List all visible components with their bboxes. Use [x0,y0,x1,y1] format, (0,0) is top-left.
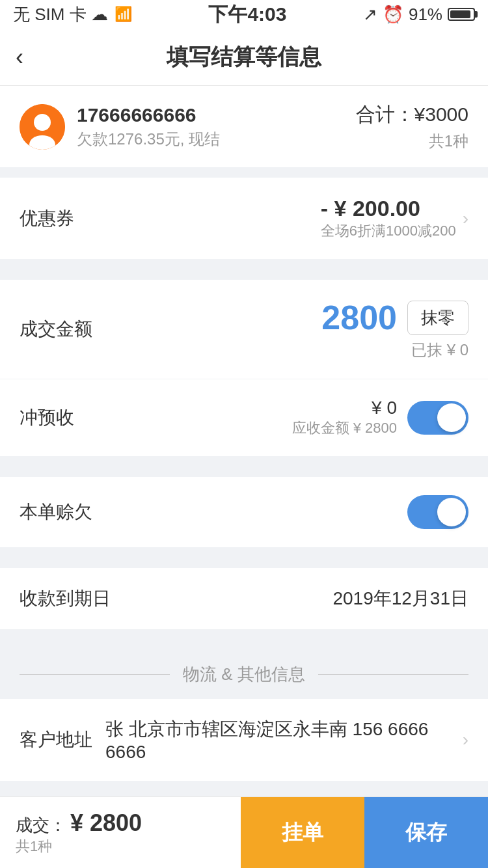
total-amount: 合计：¥3000 [356,102,468,128]
status-bar: 无 SIM 卡 ☁ 📶 下午4:03 ↗ ⏰ 91% [0,0,488,29]
alarm-icon: ⏰ [383,5,403,25]
save-button[interactable]: 保存 [364,797,488,868]
bottom-bar: 成交： ¥ 2800 共1种 挂单 保存 [0,796,488,868]
coupon-right: - ¥ 200.00 全场6折满1000减200 › [321,196,468,241]
avatar [20,104,65,150]
user-sub-text: 欠款1276.35元, 现结 [77,129,220,150]
address-label: 客户地址 [20,727,92,752]
amount-with-btn: 2800 抹零 [321,298,468,337]
user-details: 17666666666 欠款1276.35元, 现结 [77,104,220,150]
prepayment-amount: ¥ 0 [292,398,397,418]
bottom-prefix-label: 成交： [16,814,66,837]
section-gap-1 [0,269,488,280]
section-gap-2 [0,467,488,477]
transaction-amount-label: 成交金额 [20,317,92,342]
sim-status: 无 SIM 卡 ☁ [13,3,108,26]
transaction-amount-right: 2800 抹零 已抹 ¥ 0 [321,298,468,360]
section-gap-4 [0,640,488,650]
coupon-value: - ¥ 200.00 全场6折满1000减200 [321,196,456,241]
address-row[interactable]: 客户地址 张 北京市市辖区海淀区永丰南 156 6666 6666 › [0,699,488,781]
coupon-discount: - ¥ 200.00 [321,196,456,221]
coupon-row[interactable]: 优惠券 - ¥ 200.00 全场6折满1000减200 › [0,178,488,259]
divider-line-left [20,674,170,675]
bottom-amount-row: 成交： ¥ 2800 [16,809,225,837]
location-icon: ↗ [363,5,377,25]
address-value: 张 北京市市辖区海淀区永丰南 156 6666 6666 [105,717,463,763]
divider-line-right [318,674,468,675]
content-area: 17666666666 欠款1276.35元, 现结 合计：¥3000 共1种 … [0,86,488,868]
debt-row: 本单赊欠 [0,477,488,547]
nav-bar: ‹ 填写结算等信息 [0,29,488,86]
transaction-amount-row: 成交金额 2800 抹零 已抹 ¥ 0 [0,280,488,379]
duedate-value: 2019年12月31日 [332,586,468,611]
round-button[interactable]: 抹零 [407,301,468,335]
debt-toggle[interactable] [407,495,468,529]
total-count: 共1种 [356,131,468,152]
user-total: 合计：¥3000 共1种 [356,102,468,152]
bottom-count: 共1种 [16,837,225,856]
user-info-left: 17666666666 欠款1276.35元, 现结 [20,104,220,150]
status-left: 无 SIM 卡 ☁ 📶 [13,3,132,26]
bottom-amount-value: ¥ 2800 [70,809,142,837]
page-title: 填写结算等信息 [167,42,321,72]
form-section-debt: 本单赊欠 [0,477,488,547]
logistics-divider: 物流 & 其他信息 [0,650,488,699]
prepayment-label: 冲预收 [20,405,74,430]
transaction-amount-value: 2800 [321,298,397,337]
svg-point-1 [34,114,51,131]
prepayment-right: ¥ 0 应收金额 ¥ 2800 [292,398,468,438]
form-section-duedate: 收款到期日 2019年12月31日 [0,568,488,629]
user-card: 17666666666 欠款1276.35元, 现结 合计：¥3000 共1种 [0,86,488,167]
prepayment-toggle[interactable] [407,401,468,435]
debt-label: 本单赊欠 [20,500,92,524]
status-time: 下午4:03 [208,1,286,28]
duedate-row: 收款到期日 2019年12月31日 [0,568,488,629]
section-gap-3 [0,558,488,568]
toggle-knob [437,403,466,432]
prepayment-sub: 应收金额 ¥ 2800 [292,418,397,438]
battery-icon [448,8,475,21]
coupon-sub: 全场6折满1000减200 [321,221,456,241]
battery-percent: 91% [409,5,442,25]
chevron-right-icon: › [463,208,468,229]
coupon-label: 优惠券 [20,206,74,231]
status-right: ↗ ⏰ 91% [363,5,475,25]
wifi-icon: 📶 [115,6,132,23]
logistics-label: 物流 & 其他信息 [183,663,305,686]
pending-button[interactable]: 挂单 [241,797,364,868]
form-section-amount: 成交金额 2800 抹零 已抹 ¥ 0 冲预收 ¥ 0 应收金额 ¥ 2800 [0,280,488,456]
bottom-info: 成交： ¥ 2800 共1种 [0,797,241,868]
amount-sub-text: 已抹 ¥ 0 [321,340,468,360]
prepayment-value-col: ¥ 0 应收金额 ¥ 2800 [292,398,397,438]
user-phone: 17666666666 [77,104,220,126]
address-chevron-icon: › [463,729,468,750]
debt-toggle-knob [437,498,466,526]
prepayment-row: 冲预收 ¥ 0 应收金额 ¥ 2800 [0,379,488,456]
back-button[interactable]: ‹ [16,44,23,71]
duedate-label: 收款到期日 [20,586,111,611]
